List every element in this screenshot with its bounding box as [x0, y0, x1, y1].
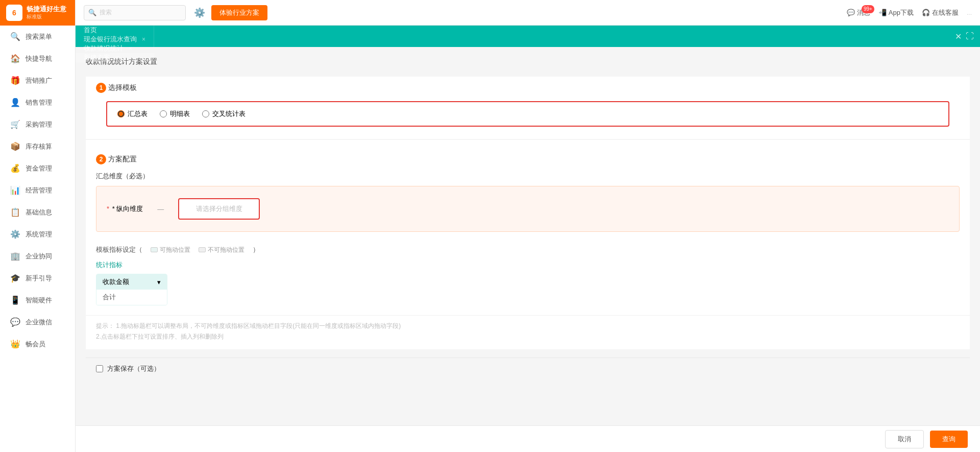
user-menu[interactable]: ... [967, 9, 972, 16]
dimension-section-title: 汇总维度（必选） [96, 172, 960, 181]
funds-label: 资金管理 [26, 164, 52, 173]
purchase-icon: 🛒 [10, 120, 20, 129]
logo-edition: 标准版 [27, 13, 66, 20]
sidebar-item-newbie[interactable]: 🎓 新手引导 [0, 267, 75, 289]
tab-new-plan[interactable]: 新建方案× [76, 53, 154, 62]
tabnav-actions: ✕ ⛶ [949, 26, 980, 47]
sidebar: 6 畅捷通好生意 标准版 🔍 搜索菜单 🏠 快捷导航 🎁 营销推广 👤 销售管理… [0, 0, 76, 452]
template-radio-summary[interactable] [117, 110, 125, 117]
weixin-label: 企业微信 [26, 318, 52, 327]
newbie-label: 新手引导 [26, 274, 52, 283]
sidebar-item-basic-info[interactable]: 📋 基础信息 [0, 201, 75, 223]
tab-close-new-plan[interactable]: × [115, 54, 119, 61]
template-label-detail: 明细表 [170, 109, 190, 118]
sidebar-item-quick-nav[interactable]: 🏠 快捷导航 [0, 47, 75, 69]
metric-table-header: 收款金额 ▾ [96, 274, 167, 290]
marketing-label: 营销推广 [26, 76, 52, 85]
topbar-search-box[interactable]: 🔍 搜索 [84, 5, 186, 20]
template-option-summary[interactable]: 汇总表 [117, 109, 148, 118]
footer-bar: 取消 查询 [76, 425, 980, 452]
step2-content: 2 方案配置 汇总维度（必选） * * 纵向维度 — 请选择分组维度 [86, 140, 970, 245]
smart-hw-icon: 📱 [10, 295, 20, 305]
arrow-icon: — [157, 205, 164, 213]
step1-row: 1 选择模板 [96, 77, 960, 95]
sidebar-item-weixin[interactable]: 💬 企业微信 [0, 311, 75, 333]
tab-nav: 首页现金银行流水查询×收款情况统计×新建方案× ✕ ⛶ [76, 26, 980, 47]
message-button[interactable]: 💬 消息 99+ [847, 8, 870, 17]
sidebar-nav: 🔍 搜索菜单 🏠 快捷导航 🎁 营销推广 👤 销售管理 🛒 采购管理 📦 库存核… [0, 26, 75, 355]
save-label: 方案保存（可选） [107, 364, 160, 373]
query-button[interactable]: 查询 [930, 431, 968, 448]
sidebar-item-enterprise[interactable]: 🏢 企业协同 [0, 245, 75, 267]
tab-home[interactable]: 首页 [76, 26, 154, 35]
newbie-icon: 🎓 [10, 273, 20, 283]
user-avatar-text: ... [967, 9, 972, 16]
sidebar-item-sales[interactable]: 👤 销售管理 [0, 91, 75, 113]
cancel-button[interactable]: 取消 [885, 430, 924, 448]
save-checkbox[interactable] [96, 365, 103, 372]
sidebar-item-operations[interactable]: 📊 经营管理 [0, 179, 75, 201]
customer-service-icon: 🎧 [922, 9, 930, 16]
sidebar-item-inventory[interactable]: 📦 库存核算 [0, 135, 75, 157]
tip-line-2: 2.点击标题栏下拉可设置排序、插入列和删除列 [96, 332, 960, 341]
online-service-button[interactable]: 🎧 在线客服 [922, 8, 959, 17]
tab-label-cash-flow: 现金银行流水查询 [84, 35, 137, 44]
sidebar-logo: 6 畅捷通好生意 标准版 [0, 0, 75, 26]
funds-icon: 💰 [10, 163, 20, 173]
marketing-icon: 🎁 [10, 76, 20, 85]
maximize-icon[interactable]: ⛶ [966, 32, 974, 41]
sidebar-item-system[interactable]: ⚙️ 系统管理 [0, 223, 75, 245]
dimension-area: * * 纵向维度 — 请选择分组维度 [96, 186, 960, 232]
tab-close-receipt-stats[interactable]: × [129, 45, 132, 52]
step1-title: 选择模板 [108, 83, 137, 92]
sidebar-item-member[interactable]: 👑 畅会员 [0, 333, 75, 355]
template-option-crosstab[interactable]: 交叉统计表 [202, 109, 246, 118]
sidebar-item-search-menu[interactable]: 🔍 搜索菜单 [0, 26, 75, 47]
tab-receipt-stats[interactable]: 收款情况统计× [76, 44, 154, 53]
template-option-detail[interactable]: 明细表 [160, 109, 190, 118]
app-download-icon: 📲 [878, 9, 887, 16]
sidebar-item-marketing[interactable]: 🎁 营销推广 [0, 69, 75, 91]
template-radio-crosstab[interactable] [202, 110, 209, 117]
metric-table: 收款金额 ▾ 合计 [96, 274, 167, 305]
close-all-tabs-icon[interactable]: ✕ [955, 32, 962, 41]
trial-industry-button[interactable]: 体验行业方案 [211, 5, 267, 20]
undraggable-box [199, 247, 206, 252]
page-title: 收款情况统计方案设置 [86, 57, 970, 66]
tab-cash-flow[interactable]: 现金银行流水查询× [76, 35, 154, 44]
topbar: 🔍 搜索 ⚙️ 体验行业方案 💬 消息 99+ 📲 App下载 🎧 在线客服 .… [76, 0, 980, 26]
purchase-label: 采购管理 [26, 120, 52, 129]
step1-number: 1 [96, 83, 106, 93]
sidebar-item-smart-hw[interactable]: 📱 智能硬件 [0, 289, 75, 311]
system-label: 系统管理 [26, 230, 52, 239]
draggable-hint: 模板指标设定（ 可拖动位置 不可拖动位置 ） [96, 245, 960, 254]
vertical-dim-label: * 纵向维度 [112, 205, 143, 212]
step1-inner: 1 选择模板 汇总表 明细表 交叉统计表 [86, 77, 970, 139]
template-radio-detail[interactable] [160, 110, 167, 117]
inventory-label: 库存核算 [26, 142, 52, 151]
metric-dropdown-icon[interactable]: ▾ [157, 278, 161, 286]
settings-icon[interactable]: ⚙️ [194, 7, 205, 18]
template-options-box: 汇总表 明细表 交叉统计表 [106, 101, 949, 127]
vertical-dim-select[interactable]: 请选择分组维度 [178, 198, 260, 220]
metrics-header-text: 模板指标设定（ [96, 245, 142, 254]
sidebar-item-purchase[interactable]: 🛒 采购管理 [0, 113, 75, 135]
tab-label-home: 首页 [84, 26, 97, 35]
basic-info-icon: 📋 [10, 207, 20, 217]
metrics-section-label: 统计指标 [96, 260, 960, 270]
system-icon: ⚙️ [10, 229, 20, 239]
metrics-section: 模板指标设定（ 可拖动位置 不可拖动位置 ） 统计指标 收款金额 ▾ [86, 245, 970, 315]
smart-hw-label: 智能硬件 [26, 296, 52, 305]
metric-tag-label: 收款金额 [103, 277, 129, 287]
enterprise-icon: 🏢 [10, 251, 20, 261]
quick-nav-icon: 🏠 [10, 54, 20, 63]
app-download-button[interactable]: 📲 App下载 [878, 8, 914, 17]
required-star: * [107, 205, 109, 212]
draggable-box [151, 247, 158, 252]
quick-nav-label: 快捷导航 [26, 54, 52, 63]
main-content: 收款情况统计方案设置 1 选择模板 汇总表 明细表 交叉统计表 [76, 47, 980, 452]
search-menu-icon: 🔍 [10, 32, 20, 41]
tab-close-cash-flow[interactable]: × [142, 36, 145, 43]
sidebar-item-funds[interactable]: 💰 资金管理 [0, 157, 75, 179]
operations-icon: 📊 [10, 185, 20, 195]
